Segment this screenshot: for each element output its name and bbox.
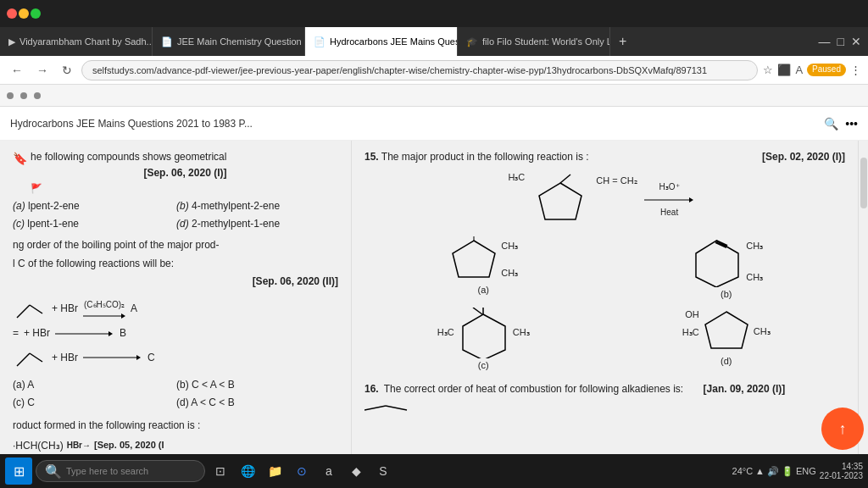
hbr-a: + HBr (52, 301, 78, 317)
back-button[interactable]: ← (7, 62, 27, 79)
q15-options: CH₃ CH₃ (a) CH₃ (364, 236, 845, 373)
h3c-oh-d: OH H₃C (682, 308, 699, 341)
q16-row: 16. The correct order of heat of combust… (364, 381, 845, 397)
bookmark-star-icon[interactable]: ☆ (763, 64, 773, 76)
svg-line-23 (364, 406, 386, 410)
restore-icon[interactable]: □ (837, 35, 844, 48)
alkene-a-svg (13, 297, 47, 322)
svg-line-21 (473, 308, 482, 314)
app-a-icon[interactable]: a (317, 459, 341, 483)
boiling-options: (a) A (b) C < A < B (c) C (d) A < C < B (13, 377, 338, 411)
option-b: (b) 4-methylpent-2-ene (176, 198, 338, 214)
ch3-labels-a: CH₃ CH₃ (501, 239, 518, 280)
option-d: (d) 2-methylpent-1-ene (176, 216, 338, 232)
option-a-label: (a) (478, 283, 489, 298)
search-icon[interactable]: 🔍 (824, 117, 838, 130)
start-button[interactable]: ⊞ (5, 458, 32, 485)
taskbar-right: 24°C ▲ 🔊 🔋 ENG 14:35 22-01-2023 (732, 462, 863, 480)
reagent-a: (C₆H₅CO)₂ (84, 298, 125, 312)
close-icon[interactable]: ✕ (851, 35, 861, 48)
filo-popup-button[interactable]: ↑ (821, 408, 864, 450)
scrollbar[interactable] (858, 141, 868, 463)
right-panel: 15. The major product in the following r… (352, 141, 858, 463)
svg-marker-3 (121, 313, 125, 319)
edge-icon[interactable]: 🌐 (236, 459, 259, 483)
menu-icon[interactable]: ⋮ (850, 64, 861, 76)
content-area: 🔖 he following compounds shows geometric… (0, 141, 868, 463)
tab-label: Vidyarambham Chant by Sadh... (19, 36, 153, 47)
option-d-label: (d) (721, 354, 732, 369)
tab-vidyarambham[interactable]: ▶ Vidyarambham Chant by Sadh... ✕ (0, 27, 153, 56)
reaction-a: + HBr (C₆H₅CO)₂ A (13, 297, 338, 322)
bp-option-b: (b) C < A < B (176, 377, 338, 393)
q15-text: The major product in the following react… (381, 151, 589, 163)
page-title: Hydrocarbons JEE Mains Questions 2021 to… (10, 118, 253, 130)
address-input[interactable] (81, 60, 758, 80)
tab-jee-main[interactable]: 📄 JEE Main Chemistry Question Pa... ✕ (153, 27, 305, 56)
more-options-icon[interactable]: ••• (845, 117, 858, 130)
flag-icon: 🚩 (31, 181, 42, 197)
svg-line-6 (17, 353, 30, 366)
hbr-b: + HBr (24, 325, 50, 341)
app-s-icon[interactable]: S (371, 459, 395, 483)
left-panel: 🔖 he following compounds shows geometric… (0, 141, 352, 463)
q15-option-c: H₃C CH₃ (c) (364, 308, 603, 374)
reactant-structure: H₃C CH = CH₂ (508, 170, 637, 230)
tab-icon: 🎓 (466, 36, 478, 47)
bp-option-c: (c) C (13, 395, 175, 411)
eq-sign: = (13, 325, 19, 341)
ch3-d: CH₃ (754, 324, 771, 340)
svg-line-7 (30, 353, 42, 362)
tab-label: JEE Main Chemistry Question Pa... (177, 36, 305, 47)
product-formula: ·HCH(CH₃) (13, 438, 64, 454)
q15-ref: [Sep. 02, 2020 (I)] (762, 149, 845, 165)
reload-button[interactable]: ↻ (58, 62, 76, 79)
reaction-b: = + HBr B (13, 325, 338, 341)
minimize-icon[interactable]: — (819, 35, 831, 48)
dropbox-icon[interactable]: ◆ (344, 459, 368, 483)
page-header: Hydrocarbons JEE Mains Questions 2021 to… (0, 107, 868, 141)
condition-label: Heat (660, 206, 678, 219)
profile-icon[interactable]: A (795, 64, 803, 76)
bookmark-3 (34, 92, 41, 99)
svg-marker-9 (136, 355, 141, 360)
bookmarks-bar (0, 85, 868, 107)
search-placeholder: Type here to search (66, 466, 148, 476)
taskview-button[interactable]: ⊡ (209, 459, 232, 483)
forward-button[interactable]: → (32, 62, 53, 79)
svg-marker-10 (539, 183, 581, 219)
time-label: 14:35 (842, 462, 863, 471)
q14-note: ng order of the boiling point of the maj… (13, 237, 338, 253)
new-tab-button[interactable]: + (610, 27, 635, 56)
q15-option-d: OH H₃C CH₃ (d) (608, 308, 846, 374)
taskbar-search[interactable]: 🔍 Type here to search (36, 460, 205, 482)
tab-bar: ▶ Vidyarambham Chant by Sadh... ✕ 📄 JEE … (0, 27, 868, 56)
search-icon: 🔍 (45, 463, 62, 480)
svg-line-24 (386, 406, 407, 410)
scrollbar-thumb[interactable] (860, 158, 867, 208)
chrome-icon[interactable]: ⊙ (290, 459, 314, 483)
svg-line-0 (17, 305, 30, 318)
address-icons: ☆ ⬛ A Paused ⋮ (763, 64, 861, 76)
svg-marker-16 (696, 241, 738, 287)
bp-option-d: (d) A < C < B (176, 395, 338, 411)
tab-icon: 📄 (161, 36, 173, 47)
svg-marker-5 (108, 331, 113, 336)
taskbar: ⊞ 🔍 Type here to search ⊡ 🌐 📁 ⊙ a ◆ S 24… (0, 454, 868, 488)
system-tray: 24°C ▲ 🔊 🔋 ENG (732, 466, 816, 477)
extension-icon[interactable]: ⬛ (777, 64, 791, 76)
q16-ref: [Jan. 09, 2020 (I)] (704, 383, 786, 395)
tab-hydrocarbons[interactable]: 📄 Hydrocarbons JEE Mains Questio... ✕ (305, 27, 458, 56)
tab-label: Hydrocarbons JEE Mains Questio... (330, 36, 458, 47)
q15-header: 15. The major product in the following r… (364, 149, 845, 165)
tab-filo[interactable]: 🎓 filo Filo Student: World's Only Live..… (458, 27, 610, 56)
paused-badge: Paused (807, 64, 846, 76)
product-a-label: A (131, 301, 137, 317)
svg-marker-22 (705, 312, 748, 348)
q14-note2: l C of the following reactions will be: (13, 256, 338, 272)
tab-label: filo Filo Student: World's Only Live... (482, 36, 610, 47)
tab-icon: 📄 (314, 36, 326, 47)
explorer-icon[interactable]: 📁 (263, 459, 287, 483)
volume-icon: 🔊 (767, 466, 779, 477)
ch3-c: CH₃ (513, 325, 530, 341)
